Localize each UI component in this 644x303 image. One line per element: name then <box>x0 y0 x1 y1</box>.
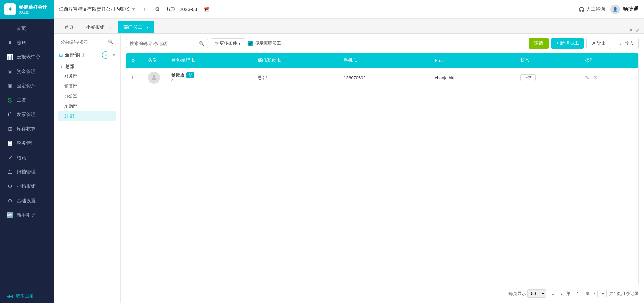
dept-tree-item-headquarters[interactable]: 总 部 <box>58 111 116 121</box>
close-books-icon: ✔ <box>7 155 13 161</box>
add-tab-button[interactable]: ＋ <box>140 4 150 14</box>
sidebar-item-home[interactable]: ⌂ 首页 <box>0 21 54 36</box>
per-page-label: 每页显示 <box>508 291 526 297</box>
sidebar-item-archive[interactable]: 🗂 归档管理 <box>0 165 54 179</box>
dept-tree-item-purchase[interactable]: 采购部 <box>58 101 116 111</box>
col-name[interactable]: 姓名/编码 ⇅ <box>167 53 253 68</box>
sidebar-label-ledger: 总账 <box>17 40 26 46</box>
page-size-selector[interactable]: 每页显示 20 50 100 <box>508 289 546 298</box>
expand-icon[interactable]: ⤢ <box>636 27 640 33</box>
page-word: 第 <box>566 291 571 297</box>
dept-all-button[interactable]: ⊞ 全部部门 ✎ « <box>58 49 116 61</box>
sidebar-item-inventory[interactable]: ⊞ 库存核算 <box>0 122 54 136</box>
period-value: 2023-03 <box>180 7 197 12</box>
toolbar: 🔍 ▽ 更多条件 ▾ 显示离职员工 邀请 + 新增员工 ↗ 导出 <box>126 38 639 49</box>
calendar-icon[interactable]: 📅 <box>201 4 211 14</box>
sidebar-item-guide[interactable]: 🆕 新手引导 <box>0 208 54 222</box>
per-page-select[interactable]: 20 50 100 <box>527 289 546 298</box>
show-resigned-checkbox-wrap[interactable]: 显示离职员工 <box>248 40 281 46</box>
sidebar-label-reports: 云报表中心 <box>17 54 40 60</box>
tab-expense[interactable]: 小畅报销 × <box>80 21 117 33</box>
dept-collapse-icon[interactable]: « <box>113 53 115 57</box>
dept-tree: ▾ 总部 财务部 销售部 办公室 采购部 总 部 <box>58 62 116 121</box>
dept-tree-item-finance[interactable]: 财务部 <box>58 71 116 81</box>
sidebar-label-tax: 税务管理 <box>17 140 36 146</box>
edit-icon[interactable]: ✎ <box>585 75 589 81</box>
sidebar-label-basic: 基础设置 <box>17 198 36 204</box>
employee-avatar <box>148 72 160 84</box>
sidebar-item-expense[interactable]: ⚙ 小畅报销 <box>0 179 54 193</box>
tab-home[interactable]: 首页 <box>59 21 79 33</box>
app-logo: ✦ 畅捷通好会计 旗舰版 <box>0 0 54 19</box>
funds-icon: ◎ <box>7 68 13 75</box>
page-input[interactable] <box>572 290 584 297</box>
settings-button[interactable]: ⚙ <box>152 4 162 14</box>
col-settings[interactable]: ⚙ <box>126 53 143 68</box>
dept-tree-item-office[interactable]: 办公室 <box>58 91 116 101</box>
sidebar-item-tax[interactable]: 📋 税务管理 <box>0 136 54 150</box>
employee-name: 畅捷通 <box>171 72 184 78</box>
sidebar-item-basic[interactable]: ⚙ 基础设置 <box>0 193 54 208</box>
close-tabs-icon[interactable]: ✕ <box>629 27 633 33</box>
col-dept[interactable]: 部门/职位 ⇅ <box>253 53 339 68</box>
invite-button[interactable]: 邀请 <box>529 38 549 49</box>
total-info: 共1页, 1条记录 <box>609 291 639 297</box>
logout-icon[interactable]: ⊘ <box>593 75 598 81</box>
support-label: 人工咨询 <box>586 6 605 12</box>
dept-tree-item-sales[interactable]: 销售部 <box>58 81 116 91</box>
import-icon: ↙ <box>619 41 623 46</box>
add-employee-button[interactable]: + 新增员工 <box>551 38 584 49</box>
employee-search-input[interactable] <box>130 41 197 46</box>
sidebar-item-close[interactable]: ✔ 结账 <box>0 150 54 165</box>
tab-dept-emp-close[interactable]: × <box>146 25 149 30</box>
tax-icon: 📋 <box>7 140 13 146</box>
sidebar-label-assets: 固定资产 <box>17 83 36 89</box>
page-navigation: « ‹ 第 页 › » <box>549 290 607 297</box>
sidebar-item-ledger[interactable]: ≡ 总账 <box>0 36 54 50</box>
sidebar-item-invoice[interactable]: 🗒 发票管理 <box>0 107 54 122</box>
employee-search-box[interactable]: 🔍 <box>126 39 208 48</box>
dept-tree-parent-general[interactable]: ▾ 总部 <box>58 62 116 71</box>
archive-icon: 🗂 <box>7 169 13 175</box>
reports-icon: 📊 <box>7 54 13 60</box>
more-filter-button[interactable]: ▽ 更多条件 ▾ <box>211 38 245 48</box>
next-page-button[interactable]: › <box>591 290 598 297</box>
col-phone[interactable]: 手机 ⇅ <box>339 53 430 68</box>
row-avatar-cell <box>143 68 167 88</box>
topbar: 江西服宝精品有限责任公司内账张 ▼ ＋ ⚙ 账期 2023-03 📅 🎧 人工咨… <box>54 0 644 19</box>
dept-search-input[interactable] <box>61 39 108 44</box>
headset-icon: 🎧 <box>579 7 584 12</box>
basic-icon: ⚙ <box>7 198 13 204</box>
sidebar-item-salary[interactable]: 💲 工资 <box>0 93 54 107</box>
row-status-cell: 正常 <box>516 68 580 88</box>
row-phone: 138070602... <box>339 68 430 88</box>
sidebar-item-assets[interactable]: ▣ 固定资产 <box>0 79 54 93</box>
dept-search-box[interactable]: 🔍 <box>58 38 116 46</box>
export-icon: ↗ <box>591 41 595 46</box>
show-resigned-checkbox[interactable] <box>248 41 253 46</box>
dept-search-icon[interactable]: 🔍 <box>108 39 113 44</box>
company-selector[interactable]: 江西服宝精品有限责任公司内账张 ▼ <box>59 6 136 12</box>
support-button[interactable]: 🎧 人工咨询 <box>579 6 605 12</box>
dept-edit-icon[interactable]: ✎ <box>102 51 109 59</box>
sidebar-label-funds: 资金管理 <box>17 69 36 75</box>
tab-dept-emp[interactable]: 部门员工 × <box>118 21 154 33</box>
sidebar-item-funds[interactable]: ◎ 资金管理 <box>0 64 54 79</box>
prev-page-button[interactable]: ‹ <box>558 290 565 297</box>
first-page-button[interactable]: « <box>549 290 556 297</box>
page-suffix: 页 <box>585 291 590 297</box>
sidebar-item-reports[interactable]: 📊 云报表中心 <box>0 50 54 64</box>
import-button[interactable]: ↙ 导入 <box>614 38 639 49</box>
employee-table-wrap: ⚙ 头像 姓名/编码 ⇅ 部门/职位 ⇅ 手机 ⇅ <box>126 53 639 285</box>
guide-icon: 🆕 <box>7 212 13 218</box>
tab-expense-close[interactable]: × <box>109 25 111 30</box>
row-action-cell: ✎ ⊘ <box>580 68 638 88</box>
employee-code: 0 <box>171 79 248 83</box>
export-button[interactable]: ↗ 导出 <box>586 38 611 49</box>
cancel-fixed-button[interactable]: ◀◀ 取消固定 <box>0 289 54 303</box>
last-page-button[interactable]: » <box>599 290 607 297</box>
user-info[interactable]: 👤 畅捷通 <box>610 5 639 14</box>
topbar-actions: ＋ ⚙ <box>140 4 162 14</box>
ledger-icon: ≡ <box>7 40 13 46</box>
employee-search-icon[interactable]: 🔍 <box>199 41 204 46</box>
